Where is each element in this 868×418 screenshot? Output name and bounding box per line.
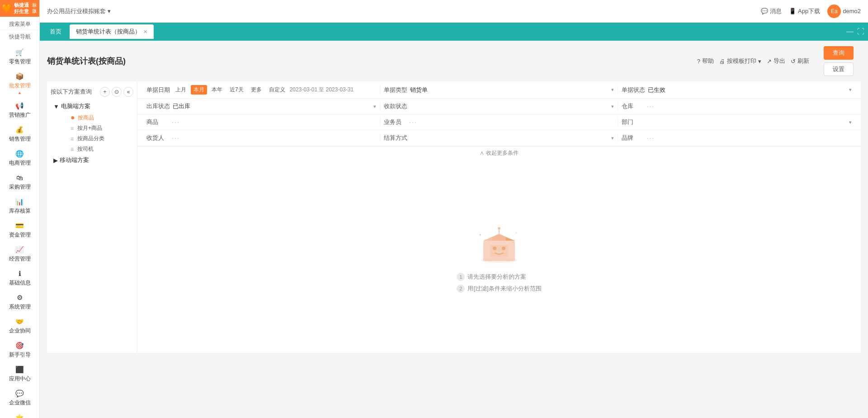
guide-icon: 🎯: [15, 341, 24, 350]
sidebar-item-sales[interactable]: 💰 销售管理: [0, 122, 39, 146]
collapse-bar[interactable]: ∧ 收起更多条件: [137, 146, 861, 160]
sidebar-item-member[interactable]: ⭐ 畅会员: [0, 409, 39, 418]
tab-sales-stat[interactable]: 销货单统计表（按商品） ✕: [70, 24, 154, 39]
svg-point-4: [502, 247, 505, 250]
sidebar-item-basic[interactable]: ℹ 基础信息: [0, 266, 39, 290]
sidebar-item-operations[interactable]: 📈 经营管理: [0, 242, 39, 266]
tree-mobile[interactable]: ▶ 移动端方案: [51, 154, 133, 166]
tree-desktop[interactable]: ▼ 电脑端方案: [51, 100, 133, 112]
filter-cell-payment: 结算方式 ▾: [380, 134, 618, 142]
sidebar-item-inventory[interactable]: 📊 库存核算: [0, 194, 39, 218]
sidebar-item-marketing[interactable]: 📢 营销推广: [0, 98, 39, 122]
retail-icon: 🛒: [15, 48, 24, 57]
collectstatus-dropdown[interactable]: ▾: [410, 104, 613, 109]
tree-by-month-product[interactable]: ≡ 按月+商品: [51, 123, 133, 133]
tree-by-category[interactable]: ≡ 按商品分类: [51, 133, 133, 144]
tree-expand-icon: ▼: [53, 103, 59, 110]
warehouse-dots[interactable]: ···: [647, 103, 655, 110]
product-dots[interactable]: ···: [172, 119, 180, 126]
collapse-sidebar-btn[interactable]: «: [123, 87, 133, 97]
edit-scheme-btn[interactable]: ⊙: [112, 87, 122, 97]
department-arrow-icon: ▾: [849, 119, 852, 125]
sidebar-item-wechat[interactable]: 💬 企业微信: [0, 385, 39, 409]
main-right: 单据日期 上月 本月 本年 近7天 更多 自定义 2023-03-01 至 20…: [137, 81, 861, 353]
tree-collapse-icon: ▶: [53, 157, 58, 164]
filter-cell-receiver: 收货人 ···: [143, 134, 380, 142]
app-logo: 🧡 畅捷通好生意 标版: [0, 0, 39, 17]
doctype-value: 销货单: [410, 86, 609, 94]
tree-by-product[interactable]: ● 按商品: [51, 112, 133, 123]
sidebar-item-system[interactable]: ⚙ 系统管理: [0, 290, 39, 314]
list-icon-3: ≡: [71, 146, 74, 152]
dq-more[interactable]: 更多: [248, 85, 264, 95]
dropdown-arrow-icon: ▾: [108, 8, 111, 14]
search-menu[interactable]: 搜索菜单: [0, 17, 39, 30]
set-button[interactable]: 设置: [824, 62, 854, 76]
tab-home[interactable]: 首页: [43, 24, 68, 39]
industry-selector[interactable]: 办公用品行业模拟账套 ▾: [47, 7, 111, 15]
tab-close-icon[interactable]: ✕: [143, 29, 147, 35]
sidebar-item-wholesale[interactable]: 📦 批发管理 ▲: [0, 68, 39, 98]
tab-maximize-icon[interactable]: ⛶: [857, 28, 864, 36]
tab-minimize-icon[interactable]: —: [846, 28, 854, 36]
dq-this-year[interactable]: 本年: [209, 85, 225, 95]
wechat-icon: 💬: [15, 389, 24, 398]
system-icon: ⚙: [15, 293, 24, 302]
main-wrap: 办公用品行业模拟账套 ▾ 💬 消息 📱 App下载 Ea demo2 首页: [40, 0, 868, 418]
svg-point-6: [498, 227, 500, 230]
tabs-bar-right: — ⛶: [846, 28, 864, 36]
add-scheme-btn[interactable]: +: [100, 87, 110, 97]
export-icon: ↗: [767, 58, 772, 65]
export-btn[interactable]: ↗ 导出: [767, 57, 785, 65]
messages-btn[interactable]: 💬 消息: [761, 7, 782, 15]
dq-last-month[interactable]: 上月: [173, 85, 189, 95]
sidebar-item-ecommerce[interactable]: 🌐 电商管理: [0, 146, 39, 170]
sidebar-item-purchase[interactable]: 🛍 采购管理: [0, 170, 39, 194]
dq-custom[interactable]: 自定义: [266, 85, 288, 95]
outstatus-value: 已出库: [173, 102, 372, 110]
phone-icon: 📱: [789, 8, 796, 14]
quick-nav[interactable]: 快捷导航: [0, 30, 39, 43]
department-dropdown[interactable]: ▾: [647, 119, 852, 125]
app-download-btn[interactable]: 📱 App下载: [789, 7, 820, 15]
tip-item-2: 2 用[过滤]条件来缩小分析范围: [457, 285, 541, 293]
print-btn[interactable]: 🖨 按模板打印 ▾: [719, 57, 761, 65]
filter-cell-brand: 品牌 ···: [618, 134, 855, 142]
filter-cell-docstatus: 单据状态 已生效 ▾: [618, 86, 855, 94]
help-btn[interactable]: ? 帮助: [697, 57, 714, 65]
docstatus-dropdown[interactable]: 已生效 ▾: [648, 86, 852, 94]
marketing-icon: 📢: [15, 101, 24, 110]
receiver-dots[interactable]: ···: [172, 134, 180, 142]
inventory-icon: 📊: [15, 197, 24, 206]
sales-icon: 💰: [15, 125, 24, 134]
tree-by-cashier[interactable]: ≡ 按司机: [51, 144, 133, 154]
outstatus-arrow-icon: ▾: [373, 104, 376, 109]
page-title: 销货单统计表(按商品): [47, 56, 126, 66]
user-profile[interactable]: Ea demo2: [827, 5, 861, 18]
staff-dots[interactable]: ···: [409, 119, 417, 126]
refresh-btn[interactable]: ↺ 刷新: [791, 57, 809, 65]
dq-this-month[interactable]: 本月: [191, 85, 207, 95]
payment-dropdown[interactable]: ▾: [410, 135, 613, 141]
sidebar-item-enterprise[interactable]: 🤝 企业协同: [0, 314, 39, 337]
outstatus-dropdown[interactable]: 已出库 ▾: [173, 102, 376, 110]
filter-cell-product: 商品 ···: [143, 118, 380, 126]
page-content: 销货单统计表(按商品) ? 帮助 🖨 按模板打印 ▾ ↗ 导出: [40, 41, 868, 418]
filter-cell-department: 部门 ▾: [618, 118, 855, 126]
active-indicator: ●: [71, 114, 75, 122]
sidebar-item-retail[interactable]: 🛒 零售管理: [0, 44, 39, 68]
filter-sidebar: 按以下方案查询 + ⊙ « ▼ 电脑端方案 ● 按商品: [47, 81, 137, 353]
query-button[interactable]: 查询: [824, 46, 854, 60]
message-icon: 💬: [761, 8, 768, 14]
sidebar-item-apps[interactable]: ⬛ 应用中心: [0, 361, 39, 385]
dq-7days[interactable]: 近7天: [227, 85, 246, 95]
docstatus-arrow-icon: ▾: [849, 87, 852, 93]
page-actions: ? 帮助 🖨 按模板打印 ▾ ↗ 导出 ↺ 刷新: [697, 57, 809, 65]
doctype-dropdown[interactable]: 销货单 ▾: [410, 86, 613, 94]
member-icon: ⭐: [15, 413, 24, 418]
filter-sidebar-header: 按以下方案查询 + ⊙ «: [51, 87, 133, 97]
sidebar-item-finance[interactable]: 💳 资金管理: [0, 218, 39, 242]
svg-text:✦: ✦: [512, 241, 514, 243]
brand-dots[interactable]: ···: [647, 134, 655, 142]
sidebar-item-guide[interactable]: 🎯 新手引导: [0, 337, 39, 361]
